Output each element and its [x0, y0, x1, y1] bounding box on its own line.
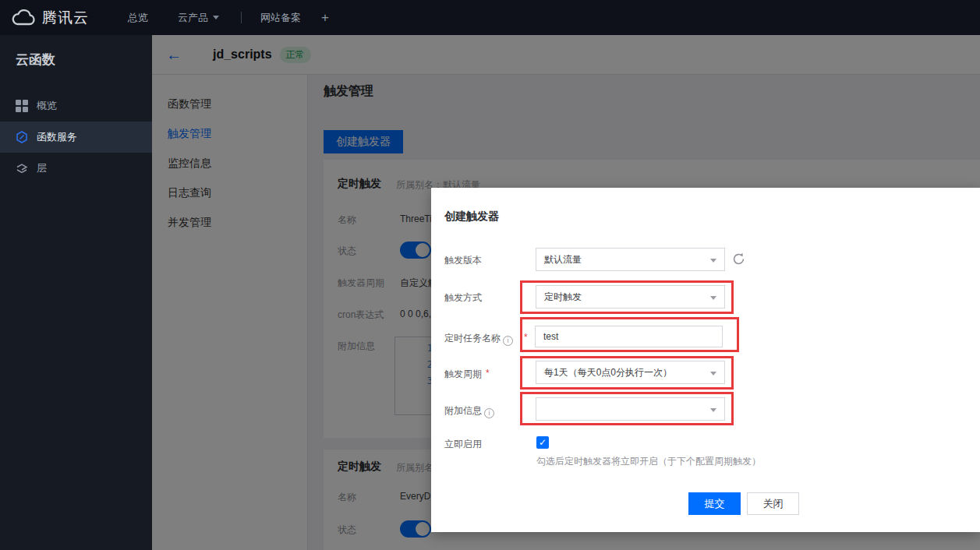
sidebar-item-label: 函数服务 — [37, 130, 77, 144]
label-extra-info-text: 附加信息 — [444, 405, 482, 416]
required-asterisk: * — [486, 368, 490, 379]
grid-icon — [16, 100, 28, 112]
nav-overview[interactable]: 总览 — [128, 11, 148, 25]
chevron-down-icon — [710, 408, 716, 412]
top-nav: 腾讯云 总览 云产品 网站备案 + — [0, 0, 980, 35]
trigger-cycle-value: 每1天（每天0点0分执行一次） — [544, 367, 672, 378]
nav-products-label: 云产品 — [178, 11, 208, 25]
label-task-name: 定时任务名称i — [444, 332, 513, 346]
trigger-version-value: 默认流量 — [544, 254, 582, 265]
modal-title: 创建触发器 — [444, 210, 499, 224]
sidebar-title: 云函数 — [0, 35, 152, 69]
label-task-name-text: 定时任务名称 — [444, 333, 501, 344]
chevron-down-icon — [710, 372, 716, 375]
nav-products[interactable]: 云产品 — [178, 11, 219, 25]
enable-now-hint: 勾选后定时触发器将立即开启（于下个配置周期触发） — [536, 455, 761, 468]
sidebar-item-function-service[interactable]: 函数服务 — [0, 122, 152, 153]
extra-info-select[interactable] — [536, 397, 725, 421]
brand-name: 腾讯云 — [42, 8, 89, 28]
info-icon: i — [484, 408, 494, 418]
sidebar-item-label: 层 — [37, 161, 47, 175]
tencent-cloud-logo[interactable]: 腾讯云 — [11, 8, 89, 28]
label-enable-now: 立即启用 — [444, 438, 482, 451]
left-sidebar: 云函数 概览 函数服务 — [0, 35, 152, 550]
label-trigger-method: 触发方式 — [444, 291, 482, 305]
trigger-method-value: 定时触发 — [544, 291, 582, 302]
close-button[interactable]: 关闭 — [747, 492, 799, 515]
refresh-icon[interactable] — [732, 252, 745, 266]
chevron-down-icon — [710, 259, 716, 263]
chevron-down-icon — [710, 296, 716, 300]
enable-now-checkbox[interactable]: ✓ — [536, 436, 549, 449]
info-icon: i — [503, 336, 513, 346]
layers-icon — [16, 162, 28, 175]
add-tab-button[interactable]: + — [321, 10, 329, 26]
sidebar-item-layers[interactable]: 层 — [0, 153, 152, 184]
label-trigger-cycle: 触发周期 — [444, 368, 482, 381]
chevron-down-icon — [213, 16, 219, 19]
required-asterisk: * — [524, 332, 528, 343]
function-hexagon-icon — [16, 131, 28, 143]
task-name-input[interactable] — [535, 326, 723, 347]
trigger-method-select[interactable]: 定时触发 — [536, 285, 725, 308]
cloud-logo-icon — [11, 9, 36, 27]
sidebar-item-overview[interactable]: 概览 — [0, 90, 152, 122]
sidebar-item-label: 概览 — [37, 99, 57, 113]
nav-divider — [241, 12, 242, 23]
app-root: 腾讯云 总览 云产品 网站备案 + 云函数 概览 — [0, 0, 980, 550]
nav-beian[interactable]: 网站备案 — [260, 11, 301, 25]
submit-button[interactable]: 提交 — [688, 492, 741, 515]
label-extra-info: 附加信息i — [444, 404, 494, 418]
label-trigger-version: 触发版本 — [444, 254, 482, 267]
trigger-cycle-select[interactable]: 每1天（每天0点0分执行一次） — [536, 361, 725, 384]
create-trigger-modal: 创建触发器 触发版本 默认流量 触发方式 定时触发 定时任务名称i * 触发周期… — [431, 188, 980, 532]
trigger-version-select[interactable]: 默认流量 — [536, 248, 725, 271]
